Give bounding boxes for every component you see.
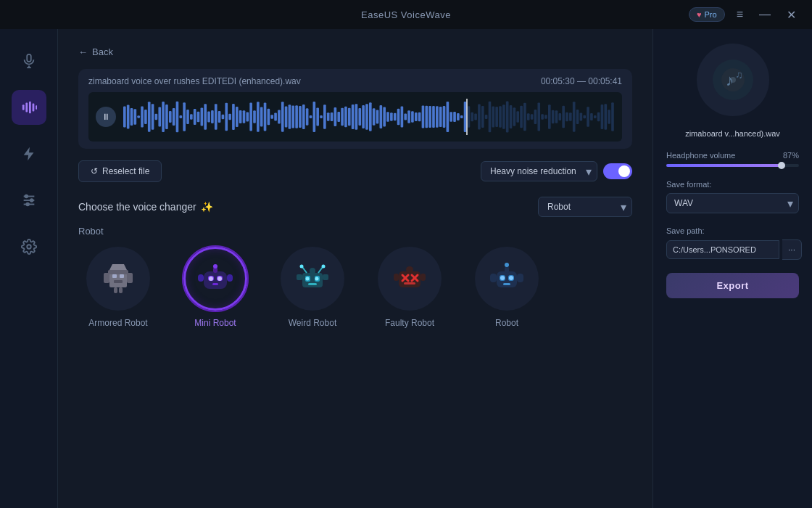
robot-card-armored[interactable]: Armored Robot	[78, 247, 158, 328]
sidebar-item-settings[interactable]	[12, 229, 46, 264]
save-path-section: Save path: ···	[666, 226, 799, 260]
svg-rect-105	[439, 107, 442, 127]
armored-robot-svg	[96, 257, 140, 300]
waveform-display[interactable]	[123, 99, 615, 135]
svg-rect-168	[217, 276, 223, 281]
menu-button[interactable]: ≡	[732, 7, 747, 22]
voice-changer-header: Choose the voice changer ✨ Robot Monster…	[78, 197, 632, 217]
svg-rect-143	[573, 102, 576, 131]
svg-rect-6	[32, 104, 34, 112]
svg-rect-129	[523, 103, 526, 131]
svg-rect-194	[406, 266, 413, 273]
weird-robot-label: Weird Robot	[289, 318, 336, 328]
svg-rect-40	[211, 110, 214, 123]
export-button[interactable]: Export	[666, 273, 799, 298]
play-pause-button[interactable]: ⏸	[96, 107, 116, 127]
svg-rect-150	[597, 112, 600, 122]
reselect-label: Reselect file	[102, 166, 149, 176]
svg-rect-93	[397, 109, 400, 125]
close-button[interactable]: ✕	[782, 7, 800, 23]
robot-card-default[interactable]: Robot	[467, 247, 547, 328]
svg-rect-120	[492, 106, 495, 127]
volume-knob[interactable]	[778, 162, 785, 169]
path-browse-button[interactable]: ···	[782, 239, 802, 260]
svg-rect-156	[112, 274, 117, 278]
svg-rect-62	[289, 105, 291, 129]
svg-rect-139	[559, 113, 562, 120]
svg-rect-53	[257, 102, 260, 131]
faulty-robot-icon-wrapper	[378, 247, 442, 311]
svg-rect-19	[137, 115, 140, 118]
volume-fill	[666, 164, 782, 167]
armored-robot-icon-wrapper	[86, 247, 150, 311]
svg-rect-26	[162, 102, 165, 132]
svg-rect-83	[362, 105, 365, 128]
svg-rect-132	[534, 110, 537, 124]
svg-rect-171	[213, 267, 218, 273]
audio-file-bar: zimaboard voice over rushes EDITEDI (enh…	[78, 69, 632, 149]
svg-rect-18	[134, 109, 137, 124]
voice-category-select[interactable]: Robot Monster Alien Cartoon Celebrity	[538, 197, 632, 217]
svg-rect-109	[453, 112, 456, 122]
svg-rect-114	[471, 112, 473, 122]
pro-badge[interactable]: ♥ Pro	[689, 7, 725, 22]
svg-rect-103	[432, 106, 435, 128]
mini-robot-icon-wrapper	[183, 247, 247, 311]
svg-rect-101	[425, 106, 428, 128]
back-button[interactable]: ← Back	[78, 46, 113, 57]
noise-reduction-select[interactable]: No noise reduction Light noise reduction…	[481, 161, 597, 181]
svg-rect-116	[478, 105, 481, 130]
robot-card-weird[interactable]: Weird Robot	[273, 247, 352, 328]
svg-rect-110	[457, 113, 460, 120]
faulty-robot-label: Faulty Robot	[385, 318, 434, 328]
sidebar-item-microphone[interactable]	[12, 44, 46, 78]
svg-rect-79	[348, 108, 351, 126]
svg-rect-163	[114, 287, 117, 293]
svg-point-11	[30, 199, 33, 202]
svg-text:♫: ♫	[735, 69, 743, 81]
volume-bar[interactable]	[666, 164, 799, 167]
noise-toggle[interactable]	[603, 163, 632, 179]
svg-rect-55	[264, 103, 267, 131]
svg-rect-42	[218, 111, 221, 123]
svg-rect-137	[552, 110, 555, 124]
svg-rect-21	[144, 110, 147, 124]
refresh-icon: ↺	[91, 166, 98, 176]
sidebar-item-flash[interactable]	[12, 136, 46, 171]
minimize-button[interactable]: —	[755, 7, 775, 22]
waveform-container: ⏸	[88, 92, 622, 142]
svg-rect-73	[327, 112, 330, 121]
svg-rect-111	[460, 115, 463, 118]
svg-rect-38	[204, 104, 207, 130]
svg-rect-154	[611, 102, 614, 131]
svg-rect-36	[197, 112, 200, 123]
svg-rect-65	[299, 106, 302, 128]
weird-robot-svg	[291, 257, 334, 300]
svg-rect-133	[537, 102, 540, 131]
reselect-file-button[interactable]: ↺ Reselect file	[78, 160, 162, 182]
window-controls: ♥ Pro ≡ — ✕	[689, 7, 800, 23]
svg-rect-84	[365, 104, 368, 129]
svg-rect-205	[490, 274, 497, 282]
svg-rect-96	[407, 110, 410, 123]
svg-rect-86	[373, 108, 376, 126]
svg-rect-186	[297, 274, 302, 280]
sidebar-item-equalizer[interactable]	[12, 183, 46, 218]
svg-rect-59	[278, 110, 281, 124]
sidebar-item-audio[interactable]	[12, 90, 46, 125]
save-format-select[interactable]: WAV MP3 FLAC AAC	[666, 193, 799, 213]
svg-rect-122	[499, 106, 502, 127]
save-path-input[interactable]	[666, 240, 779, 259]
svg-rect-157	[120, 274, 124, 278]
voice-changer-label: Choose the voice changer	[78, 201, 196, 213]
svg-rect-20	[141, 107, 144, 128]
volume-section: Headphone volume 87%	[666, 151, 799, 167]
svg-rect-141	[566, 112, 568, 122]
svg-rect-128	[520, 106, 523, 128]
svg-rect-43	[222, 115, 225, 120]
robot-cards: Armored Robot	[78, 247, 632, 328]
robot-card-mini[interactable]: Mini Robot	[175, 247, 255, 328]
svg-rect-126	[513, 107, 516, 126]
svg-point-167	[209, 276, 213, 281]
robot-card-faulty[interactable]: Faulty Robot	[370, 247, 450, 328]
